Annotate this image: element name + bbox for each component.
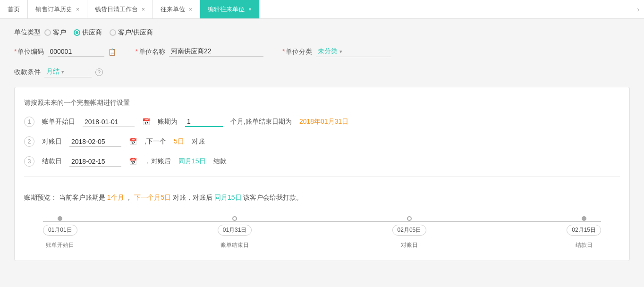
payment-condition-label: 收款条件 <box>14 68 41 76</box>
tl-badge-3: 02月15日 <box>567 225 601 236</box>
unit-code-copy-icon[interactable]: 📋 <box>108 48 116 56</box>
card-divider <box>24 176 620 177</box>
tab-cash-work-close[interactable]: × <box>142 6 145 13</box>
unit-type-label: 单位类型 <box>14 28 41 37</box>
unit-code-label: *单位编码 <box>14 48 44 56</box>
tab-sales-order[interactable]: 销售订单历史 × <box>28 0 87 18</box>
unit-code-input[interactable] <box>48 47 104 57</box>
step-suffix-2: ,下一个 <box>144 137 166 146</box>
step-label-3: 结款日 <box>42 157 62 166</box>
preview-highlight1: 1个月 <box>107 194 124 201</box>
radio-both-label: 客户/供应商 <box>118 28 153 37</box>
unit-category-select[interactable]: 未分类 ▾ <box>316 46 391 57</box>
tl-badge-1: 01月31日 <box>218 225 252 236</box>
step-highlight-3: 同月15日 <box>178 157 206 166</box>
tl-badge-0: 01月01日 <box>43 225 77 236</box>
step-cal-icon-2[interactable]: 📅 <box>129 138 137 145</box>
step-suffix-3: ，对账后 <box>144 157 171 166</box>
step-date-input-2[interactable] <box>69 137 121 147</box>
unit-category-value: 未分类 <box>318 47 338 56</box>
radio-group-unit-type: 客户 供应商 客户/供应商 <box>44 28 153 37</box>
tl-dot-1 <box>232 216 237 221</box>
step-num-3: 3 <box>24 156 34 167</box>
payment-condition-field: 收款条件 月结 ▾ ? <box>14 67 103 77</box>
step-suffix-1: 账期为 <box>158 118 178 126</box>
unit-type-field: 单位类型 客户 供应商 客户/供应商 <box>14 28 153 37</box>
tab-edit-partner-close[interactable]: × <box>248 6 252 13</box>
tab-edit-partner[interactable]: 编辑往来单位 × <box>200 0 260 18</box>
step-period-end-1: 2018年01月31日 <box>299 118 348 126</box>
radio-supplier-label: 供应商 <box>82 28 102 37</box>
unit-code-field: *单位编码 📋 <box>14 47 116 57</box>
step-after-3: 结款 <box>213 157 227 166</box>
tab-partner-close[interactable]: × <box>189 6 192 13</box>
tab-partner-label: 往来单位 <box>161 5 185 14</box>
unit-category-field: *单位分类 未分类 ▾ <box>282 46 391 57</box>
timeline-container: 01月01日 账单开始日 01月31日 账单结束日 02月05日 对账日 02月… <box>24 216 620 249</box>
tab-cash-work-label: 钱货日清工作台 <box>95 5 138 14</box>
unit-name-input[interactable] <box>169 47 263 57</box>
radio-supplier[interactable]: 供应商 <box>74 28 102 37</box>
preview-text-1: 当前客户账期是 <box>59 194 105 201</box>
tab-sales-order-close[interactable]: × <box>76 6 79 13</box>
radio-customer[interactable]: 客户 <box>44 28 66 37</box>
tl-dot-start <box>58 216 62 221</box>
step-cal-icon-3[interactable]: 📅 <box>129 158 137 165</box>
tabs-more-chevron[interactable]: › <box>632 0 644 18</box>
tl-dot-2 <box>407 216 412 221</box>
tab-home[interactable]: 首页 <box>0 0 28 18</box>
unit-type-row: 单位类型 客户 供应商 客户/供应商 <box>14 28 630 37</box>
tl-sub-0: 账单开始日 <box>46 241 74 249</box>
step-highlight-2: 5日 <box>174 137 184 146</box>
card-hint: 请按照未来的一个完整帐期进行设置 <box>24 99 620 107</box>
tl-item-1: 01月31日 账单结束日 <box>218 216 252 249</box>
tl-item-3: 02月15日 结款日 <box>567 216 601 249</box>
unit-category-chevron-icon: ▾ <box>339 49 342 55</box>
tl-dot-end <box>582 216 586 221</box>
preview-highlight3: 同月15日 <box>214 194 242 201</box>
step-row-1: 1 账单开始日 📅 账期为 个月,账单结束日期为 2018年01月31日 <box>24 117 620 127</box>
tl-item-0: 01月01日 账单开始日 <box>43 216 77 249</box>
unit-name-label: *单位名称 <box>135 48 165 56</box>
radio-both-circle <box>110 29 116 36</box>
tab-edit-partner-label: 编辑往来单位 <box>208 5 245 14</box>
tab-cash-work[interactable]: 钱货日清工作台 × <box>87 0 153 18</box>
step-cal-icon-1[interactable]: 📅 <box>142 118 150 126</box>
step-after-2: 对账 <box>192 137 205 146</box>
step-row-2: 2 对账日 📅 ,下一个 5日 对账 <box>24 136 620 147</box>
radio-supplier-circle <box>74 29 80 36</box>
payment-condition-value: 月结 <box>46 68 59 76</box>
preview-text-3: 对账，对账后 <box>173 194 212 201</box>
preview-label: 账期预览： <box>24 194 57 201</box>
step-row-3: 3 结款日 📅 ，对账后 同月15日 结款 <box>24 156 620 167</box>
main-content: 单位类型 客户 供应商 客户/供应商 *单位编码 <box>0 19 644 287</box>
unit-name-field: *单位名称 <box>135 47 263 57</box>
step-period-input[interactable] <box>185 117 223 127</box>
step-date-input-3[interactable] <box>69 157 121 167</box>
step-label-2: 对账日 <box>42 137 62 146</box>
tl-item-2: 02月05日 对账日 <box>392 216 427 249</box>
unit-category-label: *单位分类 <box>282 48 312 56</box>
payment-condition-help-icon[interactable]: ? <box>95 68 103 76</box>
payment-condition-select[interactable]: 月结 ▾ <box>44 67 92 77</box>
timeline-items: 01月01日 账单开始日 01月31日 账单结束日 02月05日 对账日 02月… <box>43 216 601 249</box>
radio-customer-circle <box>44 29 51 36</box>
payment-condition-chevron-icon: ▾ <box>61 69 64 75</box>
settings-card: 请按照未来的一个完整帐期进行设置 1 账单开始日 📅 账期为 个月,账单结束日期… <box>14 87 630 261</box>
tabs-bar: 首页 销售订单历史 × 钱货日清工作台 × 往来单位 × 编辑往来单位 × › <box>0 0 644 19</box>
step-period-unit-1: 个月,账单结束日期为 <box>230 118 292 126</box>
preview-text-2: ， <box>126 194 132 201</box>
radio-customer-label: 客户 <box>53 28 66 37</box>
step-num-1: 1 <box>24 117 34 127</box>
preview-highlight2: 下一个月5日 <box>134 194 171 201</box>
step-label-1: 账单开始日 <box>42 118 75 126</box>
tl-sub-2: 对账日 <box>401 241 418 249</box>
payment-condition-row: 收款条件 月结 ▾ ? <box>14 67 630 77</box>
step-num-2: 2 <box>24 136 34 147</box>
unit-info-row: *单位编码 📋 *单位名称 *单位分类 未分类 ▾ <box>14 46 630 57</box>
step-date-input-1[interactable] <box>83 117 135 127</box>
tab-partner[interactable]: 往来单位 × <box>153 0 200 18</box>
radio-both[interactable]: 客户/供应商 <box>110 28 153 37</box>
tl-badge-2: 02月05日 <box>392 225 427 236</box>
tab-sales-order-label: 销售订单历史 <box>35 5 72 14</box>
